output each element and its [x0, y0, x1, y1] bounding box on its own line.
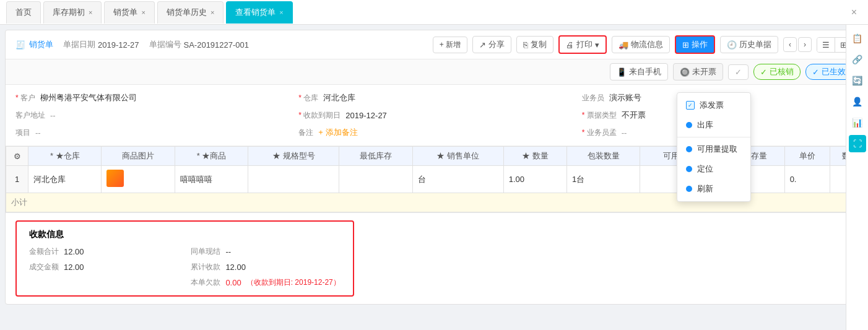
- tab-sales-close[interactable]: ×: [141, 9, 145, 16]
- payment-row-1b: 同单现结 --: [191, 246, 340, 257]
- th-img: 商品图片: [102, 147, 175, 166]
- td-spec: [248, 166, 339, 193]
- payment-grid: 金额合计 12.00 同单现结 -- 成交金额 12.00 累计收款 12.00: [29, 246, 341, 288]
- share-button[interactable]: ↗ 分享: [472, 36, 511, 53]
- menu-item-locate-label: 定位: [697, 163, 713, 175]
- due-date-value: 2019-12-27: [345, 111, 387, 120]
- tab-inventory-close[interactable]: ×: [89, 9, 92, 16]
- accum-receipt-label: 累计收款: [191, 262, 220, 272]
- doc-no-label: 单据编号: [149, 39, 181, 50]
- tab-sales-history[interactable]: 销货单历史 ×: [157, 1, 224, 24]
- tab-sales-history-label: 销货单历史: [167, 7, 207, 18]
- td-qty: 1.00: [503, 166, 566, 193]
- amount-total-label: 金额合计: [29, 246, 59, 257]
- from-mobile-btn[interactable]: 📱 来自手机: [610, 63, 668, 80]
- sidebar-btn-expand[interactable]: ⛶: [849, 135, 866, 152]
- history-icon: 🕘: [727, 40, 737, 50]
- payment-row-2: 成交金额 12.00: [29, 262, 178, 272]
- doc-date-value: 2019-12-27: [98, 40, 139, 50]
- payment-row-3b: 本单欠款 0.00 （收款到期日: 2019-12-27）: [191, 277, 340, 288]
- warehouse-label: 仓库: [298, 93, 318, 103]
- menu-item-available[interactable]: 可用量提取: [677, 139, 750, 159]
- logistics-label: 物流信息: [631, 39, 663, 50]
- print-button[interactable]: 🖨 打印 ▾: [558, 35, 607, 54]
- not-open-label: 未开票: [692, 66, 716, 77]
- new-button[interactable]: + 新增: [433, 37, 467, 53]
- tab-inventory[interactable]: 库存期初 ×: [43, 1, 102, 24]
- doc-date-label: 单据日期: [63, 39, 95, 50]
- main-content: 🧾 销货单 单据日期 2019-12-27 单据编号 SA-20191227-0…: [5, 30, 863, 305]
- tab-home[interactable]: 首页: [6, 1, 41, 24]
- history-label: 历史单据: [739, 39, 771, 50]
- ops-dropdown-menu: ✓ 添发票 出库 可用量提取 定位 刷新: [677, 92, 751, 202]
- history-button[interactable]: 🕘 历史单据: [720, 36, 778, 53]
- deal-amount-label: 成交金额: [29, 262, 59, 272]
- confirmed-badge: ✓ 已核销: [753, 64, 801, 80]
- th-pack-qty: 包装数量: [567, 147, 640, 166]
- doc-header: 🧾 销货单 单据日期 2019-12-27 单据编号 SA-20191227-0…: [6, 30, 862, 59]
- ops-icon: ⊞: [682, 40, 689, 50]
- staff-label: 业务员: [582, 93, 604, 103]
- nav-next[interactable]: ›: [798, 37, 812, 52]
- tab-view-sales-close[interactable]: ×: [279, 9, 283, 16]
- note-label: 备注: [298, 128, 313, 138]
- th-unit: ★ 销售单位: [412, 147, 503, 166]
- customer-value: 柳州粤港平安气体有限公司: [40, 92, 137, 103]
- td-product: 嘻嘻嘻嘻: [175, 166, 248, 193]
- toolbar-right: + 新增 ↗ 分享 ⎘ 复制 🖨 打印 ▾ 🚚 物流信息 ⊞ 操作: [433, 35, 853, 54]
- ticket-label: 票据类型: [582, 110, 617, 121]
- balance-suffix: （收款到期日: 2019-12-27）: [246, 277, 341, 288]
- confirmed-label: 已核销: [770, 66, 794, 77]
- menu-item-available-label: 可用量提取: [697, 144, 737, 155]
- td-img: [102, 166, 175, 193]
- nav-prev[interactable]: ‹: [783, 37, 797, 52]
- tab-sales-history-close[interactable]: ×: [210, 9, 214, 16]
- address-value: --: [50, 111, 56, 120]
- doc-no-value: SA-20191227-001: [184, 40, 250, 50]
- copy-button[interactable]: ⎘ 复制: [516, 36, 553, 53]
- locate-icon: [686, 166, 692, 172]
- doc-title-label: 销货单: [29, 39, 53, 50]
- menu-item-refresh-label: 刷新: [697, 183, 713, 194]
- same-order-label: 同单现结: [191, 246, 220, 257]
- logistics-button[interactable]: 🚚 物流信息: [612, 36, 670, 53]
- view-list[interactable]: ☰: [817, 38, 835, 52]
- menu-item-invoice[interactable]: ✓ 添发票: [677, 95, 750, 115]
- right-sidebar: 📋 🔗 🔄 👤 📊 ⛶: [846, 25, 868, 310]
- payment-section: 收款信息 金额合计 12.00 同单现结 -- 成交金额 12.00 累计收款 …: [15, 220, 354, 297]
- balance-label: 本单欠款: [191, 277, 220, 288]
- th-spec: ★ 规格型号: [248, 147, 339, 166]
- sidebar-btn-4[interactable]: 👤: [849, 93, 866, 110]
- sidebar-btn-2[interactable]: 🔗: [849, 51, 866, 68]
- tab-sales[interactable]: 销货单 ×: [104, 1, 154, 24]
- tab-inventory-label: 库存期初: [53, 7, 85, 18]
- doc-icon: 🧾: [15, 40, 25, 50]
- address-label: 客户地址: [15, 110, 45, 121]
- menu-item-locate[interactable]: 定位: [677, 159, 750, 179]
- staff2-label: 业务员孟: [582, 128, 617, 138]
- sidebar-btn-5[interactable]: 📊: [849, 114, 866, 131]
- menu-divider: [677, 137, 750, 137]
- sidebar-btn-1[interactable]: 📋: [849, 30, 866, 47]
- add-note-btn[interactable]: + 添加备注: [318, 127, 357, 138]
- doc-title-section: 🧾 销货单: [15, 39, 53, 50]
- mobile-icon: 📱: [617, 67, 627, 77]
- customer-field: 客户 柳州粤港平安气体有限公司: [15, 92, 286, 103]
- th-product: * ★商品: [175, 147, 248, 166]
- tab-view-sales[interactable]: 查看销货单 ×: [226, 1, 292, 24]
- global-close-btn[interactable]: ×: [846, 4, 862, 20]
- not-open-btn[interactable]: 🔘 未开票: [673, 63, 723, 80]
- accum-receipt-value: 12.00: [225, 263, 246, 272]
- th-unit-price: 单价: [784, 147, 830, 166]
- payment-row-2b: 累计收款 12.00: [191, 262, 340, 272]
- ops-button[interactable]: ⊞ 操作: [675, 35, 715, 54]
- warehouse-field: 仓库 河北仓库: [298, 92, 569, 103]
- menu-item-refresh[interactable]: 刷新: [677, 179, 750, 199]
- effective-label: 已生效: [822, 66, 846, 77]
- td-pack-qty: 1台: [567, 166, 640, 193]
- sidebar-btn-3[interactable]: 🔄: [849, 72, 866, 89]
- doc-meta: 单据日期 2019-12-27 单据编号 SA-20191227-001: [63, 39, 249, 50]
- menu-item-outbound[interactable]: 出库: [677, 115, 750, 135]
- outbound-icon: [686, 122, 692, 128]
- confirm-area[interactable]: ✓: [728, 64, 749, 80]
